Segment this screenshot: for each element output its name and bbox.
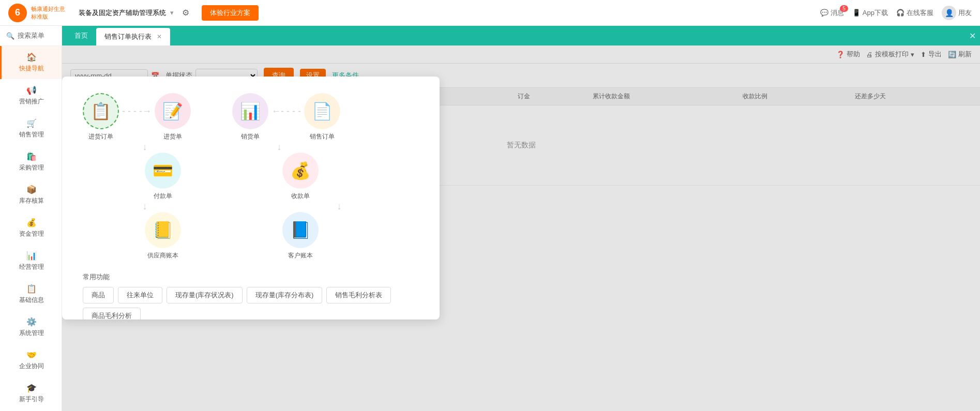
- marketing-icon: 📢: [26, 85, 37, 95]
- sidebar-item-marketing[interactable]: 📢 营销推广: [0, 79, 62, 112]
- message-badge: 5: [840, 5, 848, 12]
- arrow-down-sale: ↓: [277, 142, 282, 151]
- arrow-down-receipt: ↓: [337, 202, 342, 211]
- receipt-icon: 💰: [282, 153, 319, 189]
- arrow-down-payment: ↓: [143, 202, 147, 211]
- customer-ledger-icon: 📘: [282, 212, 319, 248]
- func-btn-stock-dist[interactable]: 现存量(库存分布表): [247, 287, 323, 303]
- search-menu-button[interactable]: 🔍 搜索菜单: [0, 26, 62, 46]
- enterprise-icon: 🤝: [26, 350, 37, 360]
- sales-icon: 🛒: [26, 118, 37, 128]
- guide-modal: 📋 进货订单 - - - -→ 📝: [62, 77, 440, 319]
- func-btn-sales-profit[interactable]: 销售毛利分析表: [326, 287, 391, 303]
- supplier-ledger-icon: 📒: [145, 212, 181, 248]
- sidebar-item-finance[interactable]: 💰 资金管理: [0, 211, 62, 245]
- inventory-icon: 📦: [26, 185, 37, 194]
- sidebar-item-operation[interactable]: 📊 经营管理: [0, 245, 62, 278]
- flow-node-sale-bill[interactable]: 📊 销货单: [232, 93, 268, 141]
- purchase-bill-icon: 📝: [155, 93, 191, 129]
- system-icon: ⚙️: [26, 317, 37, 327]
- tab-bar-close-icon[interactable]: ✕: [969, 31, 976, 41]
- message-button[interactable]: 💬 消息 5: [820, 8, 844, 18]
- func-buttons: 商品 往来单位 现存量(库存状况表) 现存量(库存分布表) 销售毛利分析表 商品…: [83, 287, 419, 319]
- tab-close-icon[interactable]: ✕: [157, 33, 162, 40]
- finance-icon: 💰: [26, 218, 37, 227]
- common-functions-title: 常用功能: [83, 272, 419, 282]
- sale-order-icon: 📄: [304, 93, 340, 129]
- page-content: ❓ 帮助 🖨 按模板打印 ▾ ⬆ 导出 🔄 刷新: [62, 45, 980, 411]
- common-functions: 常用功能 商品 往来单位 现存量(库存状况表) 现存量(库存分布表) 销售毛利分…: [83, 272, 419, 319]
- flow-node-supplier-ledger[interactable]: 📒 供应商账本: [145, 212, 181, 260]
- top-header: 6 畅康通好生意 标准版 装备及固定资产辅助管理系统 ▾ ⚙ 体验行业方案 💬 …: [0, 0, 980, 26]
- sidebar-item-sales[interactable]: 🛒 销售管理: [0, 112, 62, 145]
- arrow-down-purchase: ↓: [143, 142, 147, 151]
- flow-diagram: 📋 进货订单 - - - -→ 📝: [83, 93, 419, 260]
- logo-area: 6 畅康通好生意 标准版: [8, 4, 70, 22]
- dropdown-arrow-icon[interactable]: ▾: [170, 9, 174, 17]
- flow-node-payment[interactable]: 💳 付款单: [145, 153, 181, 201]
- flow-node-purchase-order[interactable]: 📋 进货订单: [83, 93, 119, 141]
- sidebar-item-enterprise[interactable]: 🤝 企业协同: [0, 344, 62, 377]
- try-industry-button[interactable]: 体验行业方案: [202, 5, 259, 21]
- flow-node-customer-ledger[interactable]: 📘 客户账本: [282, 212, 319, 260]
- purchase-order-icon: 📋: [83, 93, 119, 129]
- sidebar-item-system[interactable]: ⚙️ 系统管理: [0, 311, 62, 344]
- flow-node-purchase-bill[interactable]: 📝 进货单: [155, 93, 191, 141]
- flow-node-sale-order[interactable]: 📄 销售订单: [304, 93, 340, 141]
- sidebar-item-inventory[interactable]: 📦 库存核算: [0, 178, 62, 211]
- phone-icon: 📱: [852, 9, 861, 17]
- flow-node-receipt[interactable]: 💰 收款单: [282, 153, 319, 201]
- tab-home[interactable]: 首页: [66, 26, 96, 45]
- func-btn-partner[interactable]: 往来单位: [118, 287, 162, 303]
- logo-icon: 6: [8, 4, 27, 22]
- newbie-icon: 🎓: [26, 383, 37, 393]
- system-title: 装备及固定资产辅助管理系统 ▾ ⚙ 体验行业方案: [70, 5, 820, 21]
- avatar: 👤: [942, 6, 956, 20]
- func-btn-stock-status[interactable]: 现存量(库存状况表): [167, 287, 243, 303]
- search-icon: 🔍: [6, 32, 14, 40]
- message-icon: 💬: [820, 9, 828, 17]
- purchase-icon: 🛍️: [26, 151, 37, 161]
- home-icon: 🏠: [26, 52, 37, 62]
- logo-text: 畅康通好生意 标准版: [31, 5, 65, 20]
- tab-sales-order[interactable]: 销售订单执行表 ✕: [96, 28, 170, 45]
- func-btn-product[interactable]: 商品: [83, 287, 114, 303]
- payment-icon: 💳: [145, 153, 181, 189]
- online-service-button[interactable]: 🎧 在线客服: [896, 8, 933, 18]
- app-download-button[interactable]: 📱 App下载: [852, 8, 888, 18]
- sidebar-item-newbie[interactable]: 🎓 新手引导: [0, 377, 62, 410]
- user-menu[interactable]: 👤 用友: [942, 6, 972, 20]
- system-name: 装备及固定资产辅助管理系统: [79, 8, 166, 18]
- gear-icon[interactable]: ⚙: [182, 8, 189, 18]
- main-layout: 🔍 搜索菜单 🏠 快捷导航 📢 营销推广 🛒 销售管理 🛍️ 采购管理 📦 库存…: [0, 26, 980, 411]
- func-btn-product-profit[interactable]: 商品毛利分析: [83, 308, 141, 319]
- operation-icon: 📊: [26, 251, 37, 261]
- sale-bill-icon: 📊: [232, 93, 268, 129]
- headset-icon: 🎧: [896, 9, 904, 17]
- basic-info-icon: 📋: [26, 284, 37, 294]
- sidebar-item-purchase[interactable]: 🛍️ 采购管理: [0, 145, 62, 178]
- sidebar-item-basic-info[interactable]: 📋 基础信息: [0, 278, 62, 311]
- tab-bar: 首页 销售订单执行表 ✕ ✕: [62, 26, 980, 45]
- guide-modal-overlay: 📋 进货订单 - - - -→ 📝: [62, 45, 980, 411]
- sidebar-item-quick-guide[interactable]: 🏠 快捷导航: [0, 46, 62, 79]
- sidebar: 🔍 搜索菜单 🏠 快捷导航 📢 营销推广 🛒 销售管理 🛍️ 采购管理 📦 库存…: [0, 26, 62, 411]
- content-area: 首页 销售订单执行表 ✕ ✕ ❓ 帮助 🖨 按模板打印 ▾: [62, 26, 980, 411]
- header-right: 💬 消息 5 📱 App下载 🎧 在线客服 👤 用友: [820, 6, 972, 20]
